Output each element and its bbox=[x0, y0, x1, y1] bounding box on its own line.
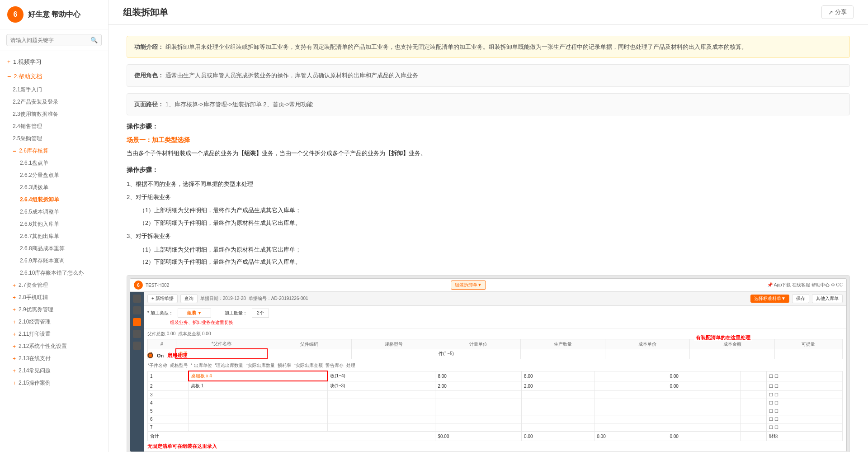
footer-theory: $0.00 bbox=[435, 432, 522, 441]
sidebar-item-split[interactable]: 2.6.2分量盘点单 bbox=[20, 169, 108, 181]
mock-date-label: 单据日期：2019-12-28 bbox=[200, 295, 246, 302]
sidebar-item-mobile[interactable]: + 2.8手机旺辅 bbox=[13, 291, 108, 304]
mock-topbar: 6 TEST-H002 组装拆卸单▼ 📌 App下载 在线客服 帮助中心 ⚙ C… bbox=[130, 279, 846, 292]
sidebar-item-stock-query[interactable]: 2.6.9库存账本查询 bbox=[20, 255, 108, 267]
sidebar-item-cases[interactable]: + 2.15操作案例 bbox=[13, 377, 108, 389]
sidebar-item-stocktake[interactable]: 2.6.1盘点单 bbox=[20, 157, 108, 169]
mock-type-dropdown[interactable]: 组装 ▼ bbox=[178, 309, 212, 318]
intro-block: 功能介绍： 组装拆卸单用来处理企业组装或拆卸等加工业务，支持有固定装配清单的产品… bbox=[127, 36, 850, 58]
screenshot-container: 6 TEST-H002 组装拆卸单▼ 📌 App下载 在线客服 帮助中心 ⚙ C… bbox=[127, 275, 850, 452]
sidebar-item-stock-err[interactable]: 2.6.10库存账本错了怎么办 bbox=[20, 267, 108, 279]
sidebar-item-print[interactable]: + 2.11打印设置 bbox=[13, 328, 108, 340]
annotation-text-type: 组装业务、拆卸业务在这里切换 bbox=[170, 320, 233, 325]
sidebar-item-cost-adjust[interactable]: 2.6.5成本调整单 bbox=[20, 206, 108, 218]
sidebar-item-faq[interactable]: + 2.14常见问题 bbox=[13, 365, 108, 377]
mock-lower-table: 1 桌腿板 x 4 板(1~4) 8.00 8.00 0.00 bbox=[147, 371, 843, 441]
mock-btn-new[interactable]: + 新增单据 bbox=[147, 294, 178, 303]
sidebar-item-install[interactable]: 2.2产品安装及登录 bbox=[13, 96, 108, 108]
sidebar-item-assembly[interactable]: 2.6.4组装拆卸单 bbox=[20, 194, 108, 206]
footer-loss: 0.00 bbox=[594, 432, 667, 441]
mock-icon3 bbox=[133, 318, 141, 326]
scenario1-desc: 当由多个子件材料组装成一个成品的业务为【组装】业务，当由一个父件拆分成多个子产品… bbox=[127, 148, 850, 158]
sidebar-item-cost-recalc[interactable]: 2.6.8商品成本重算 bbox=[20, 243, 108, 255]
page-title: 组装拆卸单 bbox=[123, 6, 168, 19]
search-box[interactable]: 🔍 bbox=[6, 34, 102, 46]
sidebar-item-coupon[interactable]: + 2.9优惠券管理 bbox=[13, 304, 108, 316]
sidebar-item-docs[interactable]: − 2.帮助文档 bbox=[0, 69, 108, 84]
mock-toolbar: + 新增单据 查询 单据日期：2019-12-28 单据编号：AD-201912… bbox=[144, 292, 846, 306]
mock-lower-header: *子件名称 规格型号 * 出库单位 *理论出库数量 *实际出库数量 损耗率 *实… bbox=[147, 362, 843, 369]
mock-icon5 bbox=[133, 342, 141, 350]
sidebar-item-data[interactable]: 2.3使用前数据准备 bbox=[13, 108, 108, 120]
mock-lower-action: 处理 bbox=[346, 362, 355, 369]
step2-1: （1）上部明细为父件明细，最终作为产成品生成其它入库单； bbox=[139, 205, 850, 215]
mock-form-row1: * 加工类型： 组装 ▼ 加工数量： 2个 bbox=[147, 309, 843, 318]
mock-form: * 加工类型： 组装 ▼ 加工数量： 2个 组装业务、拆卸业务在这里切换 bbox=[144, 306, 846, 329]
expand-icon: + bbox=[7, 59, 10, 65]
role-label: 使用角色： bbox=[134, 72, 164, 79]
role-block: 使用角色： 通常由生产人员或库管人员完成拆装业务的操作，库管人员确认原材料的出库… bbox=[127, 64, 850, 86]
step3-2: （2）下部明细为子件明细，最终作为产成品生成其它入库单。 bbox=[139, 257, 850, 267]
main: 组装拆卸单 ↗ 分享 功能介绍： 组装拆卸单用来处理企业组装或拆卸等加工业务，支… bbox=[108, 0, 868, 452]
mock-company: TEST-H002 bbox=[146, 283, 169, 288]
search-area: 🔍 bbox=[0, 29, 108, 51]
mock-qty-label: 加工数量： bbox=[225, 310, 247, 316]
sidebar-item-other-out[interactable]: 2.6.7其他出库单 bbox=[20, 230, 108, 243]
sidebar-item-finance[interactable]: + 2.7资金管理 bbox=[13, 279, 108, 291]
lower-cell-item2: 桌板 1 bbox=[189, 381, 327, 391]
mock-lower-total: *实际出库金额 bbox=[294, 362, 323, 369]
sidebar-item-new[interactable]: 2.1新手入门 bbox=[13, 84, 108, 96]
share-button[interactable]: ↗ 分享 bbox=[821, 5, 854, 19]
mock-lower-title: *子件名称 bbox=[147, 362, 167, 369]
lower-footer: 合计 $0.00 0.00 0.00 0.00 财税 bbox=[148, 432, 843, 441]
mock-main: + 新增单据 查询 单据日期：2019-12-28 单据编号：AD-201912… bbox=[144, 292, 846, 452]
mock-new-btn: 组装拆卸单▼ bbox=[451, 281, 486, 290]
mock-logo: 6 bbox=[134, 281, 143, 290]
collapse-icon2: − bbox=[13, 147, 16, 155]
step1: 1、根据不同的业务，选择不同单据的类型来处理 bbox=[127, 179, 850, 189]
sidebar-item-other-in[interactable]: 2.6.6其他入库单 bbox=[20, 218, 108, 230]
mock-body: + 新增单据 查询 单据日期：2019-12-28 单据编号：AD-201912… bbox=[130, 292, 846, 452]
mock-radio-row: On 启用处理 bbox=[147, 352, 843, 359]
role-text: 通常由生产人员或库管人员完成拆装业务的操作，库管人员确认原材料的出库和产成品的入… bbox=[165, 72, 418, 79]
sidebar-item-sales[interactable]: 2.4销售管理 bbox=[13, 120, 108, 133]
path-block: 页面路径： 1、库存核算->库存管理->组装拆卸单 2、首页->常用功能 bbox=[127, 93, 850, 115]
mock-icon1 bbox=[133, 295, 141, 303]
mock-lower-qty: *理论出库数量 bbox=[215, 362, 244, 369]
intro-text: 组装拆卸单用来处理企业组装或拆卸等加工业务，支持有固定装配清单的产品加工业务，也… bbox=[165, 43, 747, 50]
nav-sub-docs: 2.1新手入门 2.2产品安装及登录 2.3使用前数据准备 2.4销售管理 2.… bbox=[0, 84, 108, 389]
annotation-bom-text: 有装配清单的在这里处理 bbox=[694, 334, 752, 341]
collapse-icon: − bbox=[7, 73, 11, 80]
lower-row-3: 3 ☐ ☐ bbox=[148, 391, 843, 399]
radio-on-label: On bbox=[157, 353, 164, 358]
sidebar-item-ops[interactable]: + 2.10经营管理 bbox=[13, 316, 108, 328]
logo-text: 好生意 帮助中心 bbox=[28, 10, 80, 19]
search-input[interactable] bbox=[10, 37, 90, 43]
sidebar-item-payment[interactable]: + 2.13在线支付 bbox=[13, 352, 108, 365]
mock-sidebar-icons bbox=[130, 292, 144, 452]
mock-qty-field[interactable]: 2个 bbox=[252, 309, 269, 318]
mock-lower-actual: *实际出库数量 bbox=[246, 362, 275, 369]
mock-btn-save[interactable]: 保存 bbox=[792, 294, 809, 303]
sidebar-item-transfer[interactable]: 2.6.3调拨单 bbox=[20, 181, 108, 194]
step3: 3、对于拆装业务 bbox=[127, 231, 850, 241]
content-area: 功能介绍： 组装拆卸单用来处理企业组装或拆卸等加工业务，支持有固定装配清单的产品… bbox=[108, 25, 868, 452]
sidebar-item-inventory[interactable]: − 2.6库存核算 bbox=[13, 145, 108, 157]
footer-actual: 0.00 bbox=[522, 432, 594, 441]
mock-icons: 📌 App下载 在线客服 帮助中心 ⚙ CC bbox=[767, 282, 843, 288]
mock-action-btn[interactable]: 选择标准料单▼ bbox=[750, 295, 789, 303]
steps-title: 操作步骤： bbox=[127, 123, 850, 131]
radio-on[interactable] bbox=[147, 352, 153, 358]
mock-lower-stock: 警告库存 bbox=[326, 362, 344, 369]
scenario1-title: 场景一：加工类型选择 bbox=[127, 136, 850, 144]
page-header: 组装拆卸单 ↗ 分享 bbox=[108, 0, 868, 25]
annotation-type: 组装业务、拆卸业务在这里切换 bbox=[147, 319, 233, 326]
step3-1: （1）上部明细为父件明细，最终作为原材料生成其它出库单； bbox=[139, 244, 850, 255]
mock-icon2 bbox=[133, 306, 141, 314]
mock-lower-loss: 损耗率 bbox=[278, 362, 291, 369]
mock-btn-confirm[interactable]: 其他入库单 bbox=[812, 294, 843, 303]
sidebar-item-purchase[interactable]: 2.5采购管理 bbox=[13, 133, 108, 145]
sidebar-item-settings[interactable]: + 2.12系统个性化设置 bbox=[13, 340, 108, 352]
mock-btn-search[interactable]: 查询 bbox=[180, 294, 198, 303]
sidebar-item-video[interactable]: + 1.视频学习 bbox=[0, 55, 108, 69]
